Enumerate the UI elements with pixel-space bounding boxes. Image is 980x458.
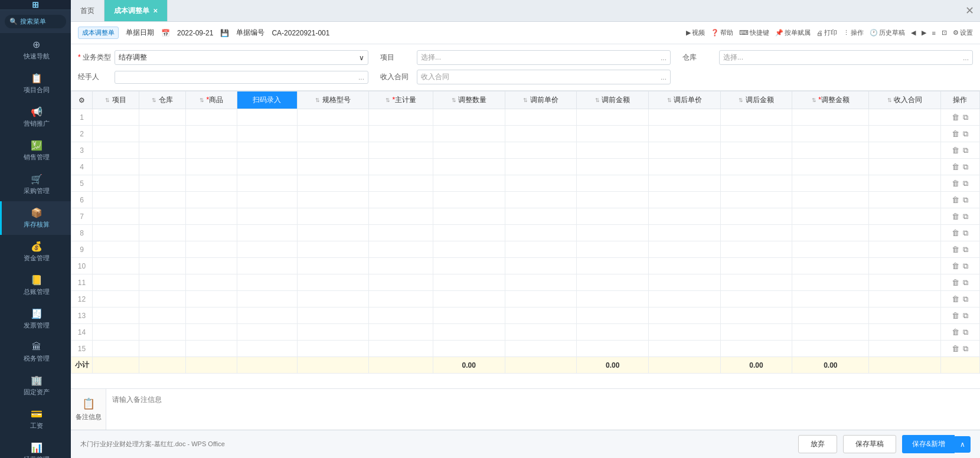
quick-nav-icon: ⊕ (32, 39, 40, 50)
copy-icon[interactable]: ⧉ (963, 228, 968, 238)
project-select[interactable]: 选择... ... (417, 50, 671, 65)
doc-header: 成本调整单 单据日期 📅 2022-09-21 💾 单据编号 CA-202209… (71, 22, 980, 44)
nav-prev-button[interactable]: ◀ (911, 29, 916, 37)
copy-icon[interactable]: ⧉ (963, 261, 968, 271)
view-button[interactable]: ▶视频 (686, 28, 705, 37)
col-settings[interactable]: ⚙ (71, 91, 93, 109)
submit-review-button[interactable]: 📌按单赋属 (775, 28, 811, 37)
delete-icon[interactable]: 🗑 (952, 344, 959, 353)
sidebar-item-fund-management[interactable]: 💰 资金管理 (0, 235, 71, 269)
copy-icon[interactable]: ⧉ (963, 195, 968, 205)
action-cell[interactable]: 🗑 ⧉ (940, 274, 979, 291)
sidebar-item-fixed-assets[interactable]: 🏢 固定资产 (0, 369, 71, 403)
sidebar-item-sales-management[interactable]: 💹 销售管理 (0, 134, 71, 168)
close-window-button[interactable]: ✕ (965, 4, 974, 17)
action-cell[interactable]: 🗑 ⧉ (940, 192, 979, 208)
action-cell[interactable]: 🗑 ⧉ (940, 307, 979, 324)
copy-icon[interactable]: ⧉ (963, 311, 968, 320)
table-row: 11 🗑 ⧉ (71, 274, 980, 291)
action-cell[interactable]: 🗑 ⧉ (940, 291, 979, 307)
copy-icon[interactable]: ⧉ (963, 344, 968, 354)
table-wrapper[interactable]: ⚙ ⇅ 项目 ⇅ 仓库 ⇅ *商品 扫码录入 ⇅ 规格型号 ⇅ *主计量 ⇅ 调… (71, 91, 980, 388)
sidebar-item-inventory-calc[interactable]: 📦 库存核算 (0, 201, 71, 235)
delete-icon[interactable]: 🗑 (952, 212, 959, 221)
copy-icon[interactable]: ⧉ (963, 179, 968, 188)
delete-icon[interactable]: 🗑 (952, 295, 959, 303)
save-new-button[interactable]: 保存&新增 (902, 435, 955, 453)
print-button[interactable]: 🖨打印 (816, 28, 837, 37)
sidebar-item-label: 固定资产 (24, 388, 50, 397)
sidebar-item-salary[interactable]: 💳 工资 (0, 403, 71, 436)
col-warehouse: ⇅ 仓库 (139, 91, 185, 109)
delete-icon[interactable]: 🗑 (952, 261, 959, 270)
income-contract-select[interactable]: 收入合同 ... (417, 70, 671, 84)
delete-icon[interactable]: 🗑 (952, 311, 959, 320)
copy-icon[interactable]: ⧉ (963, 129, 968, 139)
action-cell[interactable]: 🗑 ⧉ (940, 241, 979, 258)
copy-icon[interactable]: ⧉ (963, 212, 968, 221)
table-row: 10 🗑 ⧉ (71, 258, 980, 274)
action-cell[interactable]: 🗑 ⧉ (940, 109, 979, 126)
view-detail-button[interactable]: ⊡ (942, 29, 947, 37)
save-draft-button[interactable]: 保存草稿 (843, 435, 896, 453)
business-type-select[interactable]: 结存调整 ∨ (115, 50, 368, 65)
memo-input[interactable] (106, 389, 980, 430)
action-cell[interactable]: 🗑 ⧉ (940, 341, 979, 357)
delete-icon[interactable]: 🗑 (952, 129, 959, 138)
delete-icon[interactable]: 🗑 (952, 179, 959, 188)
tab-cost-adjust[interactable]: 成本调整单 ✕ (104, 0, 168, 21)
sidebar-item-invoice-management[interactable]: 🧾 发票管理 (0, 302, 71, 336)
action-cell[interactable]: 🗑 ⧉ (940, 175, 979, 192)
delete-icon[interactable]: 🗑 (952, 228, 959, 237)
action-cell[interactable]: 🗑 ⧉ (940, 159, 979, 175)
delete-icon[interactable]: 🗑 (952, 328, 959, 336)
help-button[interactable]: ❓帮助 (711, 28, 733, 37)
delete-icon[interactable]: 🗑 (952, 162, 959, 171)
discard-button[interactable]: 放弃 (798, 435, 837, 453)
view-list-button[interactable]: ≡ (932, 30, 936, 37)
warehouse-select[interactable]: 选择... ... (719, 50, 973, 65)
action-cell[interactable]: 🗑 ⧉ (940, 126, 979, 142)
copy-icon[interactable]: ⧉ (963, 162, 968, 172)
sidebar-item-ledger-management[interactable]: 📒 总账管理 (0, 269, 71, 302)
delete-icon[interactable]: 🗑 (952, 146, 959, 155)
sidebar-item-ops-management[interactable]: 📊 经营管理 (0, 436, 71, 458)
action-cell[interactable]: 🗑 ⧉ (940, 225, 979, 241)
tab-home[interactable]: 首页 (71, 0, 104, 21)
copy-icon[interactable]: ⧉ (963, 146, 968, 155)
calendar-icon: 📅 (161, 29, 170, 37)
col-scan-input[interactable]: 扫码录入 (237, 91, 297, 109)
sidebar-item-purchase-management[interactable]: 🛒 采购管理 (0, 168, 71, 201)
shortcut-button[interactable]: ⌨快捷键 (739, 28, 769, 37)
operate-button[interactable]: ⋮操作 (843, 28, 864, 37)
delete-icon[interactable]: 🗑 (952, 113, 959, 122)
action-cell[interactable]: 🗑 ⧉ (940, 324, 979, 341)
handler-select[interactable]: ... (115, 71, 368, 84)
tab-close-icon[interactable]: ✕ (153, 8, 158, 14)
table-row: 12 🗑 ⧉ (71, 291, 980, 307)
col-before-amount: ⇅ 调前金额 (577, 91, 649, 109)
sidebar-item-quick-nav[interactable]: ⊕ 快速导航 (0, 33, 71, 67)
delete-icon[interactable]: 🗑 (952, 245, 959, 254)
table-row: 7 🗑 ⧉ (71, 208, 980, 225)
search-box[interactable]: 🔍 搜索菜单 (5, 15, 66, 28)
copy-icon[interactable]: ⧉ (963, 245, 968, 254)
sidebar-search-area[interactable]: 🔍 搜索菜单 (0, 10, 71, 33)
copy-icon[interactable]: ⧉ (963, 328, 968, 337)
copy-icon[interactable]: ⧉ (963, 278, 968, 287)
action-cell[interactable]: 🗑 ⧉ (940, 142, 979, 159)
delete-icon[interactable]: 🗑 (952, 195, 959, 204)
copy-icon[interactable]: ⧉ (963, 295, 968, 304)
sidebar-item-sales-promotion[interactable]: 📢 营销推广 (0, 100, 71, 134)
copy-icon[interactable]: ⧉ (963, 113, 968, 122)
sidebar-item-tax-management[interactable]: 🏛 税务管理 (0, 336, 71, 369)
delete-icon[interactable]: 🗑 (952, 278, 959, 287)
action-cell[interactable]: 🗑 ⧉ (940, 208, 979, 225)
settings-button[interactable]: ⚙ 设置 (953, 28, 973, 37)
sidebar-item-label: 经营管理 (24, 455, 50, 458)
action-cell[interactable]: 🗑 ⧉ (940, 258, 979, 274)
nav-next-button[interactable]: ▶ (922, 29, 926, 37)
sidebar-item-project-contract[interactable]: 📋 项目合同 (0, 67, 71, 100)
history-button[interactable]: 🕐历史草稿 (870, 28, 905, 37)
save-new-dropdown-button[interactable]: ∧ (955, 436, 971, 453)
